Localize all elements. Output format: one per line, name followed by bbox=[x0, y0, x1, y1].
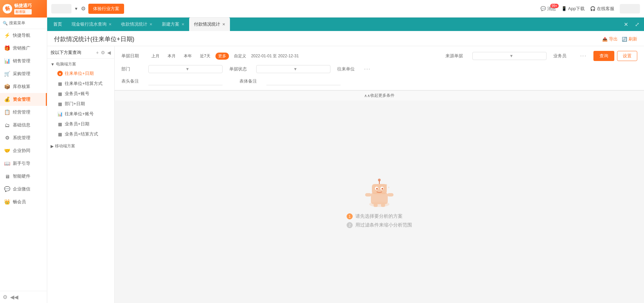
app-download-btn[interactable]: 📱 App下载 bbox=[561, 6, 585, 12]
expand-tab-btn[interactable]: ⤢ bbox=[632, 19, 643, 30]
body-remark-input[interactable] bbox=[266, 77, 341, 85]
scheme-item-vendor-date[interactable]: ● 往来单位+日期 bbox=[51, 68, 111, 79]
scheme-item-vendor-account[interactable]: 📊 往来单位+账号 bbox=[51, 109, 111, 119]
sidebar: 畅 畅捷通巧 标准版 🔍 搜索菜单 ⚡ 快捷导航 🎁 营销推广 📊 销售管理 🛒… bbox=[0, 0, 47, 303]
scheme-settings-icon[interactable]: ⚙ bbox=[101, 50, 105, 55]
sidebar-item-purchase[interactable]: 🛒 采购管理 bbox=[0, 67, 47, 80]
empty-state: 1 请先选择要分析的方案 2 用过滤条件来缩小分析范围 bbox=[347, 176, 412, 228]
header-remark-input[interactable] bbox=[148, 77, 223, 85]
scheme-item-staff-settle[interactable]: ▦ 业务员+结算方式 bbox=[51, 129, 111, 139]
desktop-section-arrow: ▼ bbox=[51, 62, 55, 67]
page-header-actions: 📤 导出 🔄 刷新 bbox=[602, 36, 637, 42]
online-service-btn[interactable]: 🎧 在线客服 bbox=[590, 6, 614, 12]
vendor-dots[interactable]: ··· bbox=[364, 66, 371, 72]
tab-receipt-stats[interactable]: 收款情况统计 ✕ bbox=[116, 18, 157, 31]
filter-actions: 查询 设置 bbox=[593, 51, 637, 61]
dept-select[interactable]: ▼ bbox=[148, 65, 223, 73]
hardware-icon: 🖥 bbox=[4, 173, 10, 179]
close-all-tabs-btn[interactable]: ✕ bbox=[620, 19, 632, 30]
sidebar-item-wechat[interactable]: 💬 企业微信 bbox=[0, 183, 47, 195]
collapse-sidebar-icon[interactable]: ◀◀ bbox=[10, 294, 18, 300]
scheme-item-label: 往来单位+账号 bbox=[65, 111, 94, 117]
sidebar-item-hardware[interactable]: 🖥 智能硬件 bbox=[0, 170, 47, 183]
dept-label: 部门 bbox=[121, 66, 142, 72]
tab-bank-flow-close[interactable]: ✕ bbox=[109, 22, 112, 27]
sidebar-item-guide[interactable]: 📖 新手引导 bbox=[0, 157, 47, 170]
tab-home[interactable]: 首页 bbox=[49, 18, 67, 31]
tab-payment-stats-close[interactable]: ✕ bbox=[222, 22, 225, 27]
sidebar-item-quick-nav[interactable]: ⚡ 快捷导航 bbox=[0, 29, 47, 42]
query-btn[interactable]: 查询 bbox=[593, 51, 614, 61]
sales-icon: 📊 bbox=[4, 58, 10, 64]
trial-btn[interactable]: 体验行业方案 bbox=[88, 4, 124, 14]
desktop-section-title[interactable]: ▼ 电脑端方案 bbox=[51, 61, 111, 67]
sidebar-nav: ⚡ 快捷导航 🎁 营销推广 📊 销售管理 🛒 采购管理 📦 库存核算 💰 资金管… bbox=[0, 29, 47, 291]
sidebar-item-system[interactable]: ⚙ 系统管理 bbox=[0, 131, 47, 144]
quick-nav-icon: ⚡ bbox=[4, 32, 10, 38]
sidebar-item-enterprise[interactable]: 🤝 企业协同 bbox=[0, 144, 47, 157]
collapse-scheme-icon[interactable]: ◀ bbox=[107, 50, 111, 55]
tab-new-scheme-label: 新建方案 bbox=[162, 21, 179, 27]
scheme-toolbar-icons: + ⚙ ◀ bbox=[96, 50, 111, 55]
message-icon: 💬 bbox=[540, 6, 546, 11]
topbar-gear-icon[interactable]: ⚙ bbox=[81, 5, 86, 12]
finance-icon: 💰 bbox=[4, 96, 10, 102]
online-service-label: 在线客服 bbox=[597, 6, 614, 12]
scheme-item-dept-date[interactable]: ▦ 部门+日期 bbox=[51, 99, 111, 109]
messages-btn[interactable]: 💬 消息 99+ bbox=[540, 6, 556, 12]
sidebar-item-label: 企业微信 bbox=[13, 186, 30, 192]
inner-layout: 按以下方案查询 + ⚙ ◀ ▼ 电脑端方案 ● 往来单位+日期 bbox=[47, 46, 644, 303]
export-icon: 📤 bbox=[602, 37, 608, 42]
filter-form: 单据日期 上月 本月 本年 近7天 更多 自定义 2022-01-01 至 20… bbox=[115, 46, 644, 90]
sidebar-item-inventory[interactable]: 📦 库存核算 bbox=[0, 80, 47, 93]
scheme-item-staff-account[interactable]: ▦ 业务员+账号 bbox=[51, 89, 111, 99]
tab-payment-stats[interactable]: 付款情况统计 ✕ bbox=[189, 18, 230, 31]
scheme-panel: 按以下方案查询 + ⚙ ◀ ▼ 电脑端方案 ● 往来单位+日期 bbox=[47, 46, 115, 303]
this-month-btn[interactable]: 本月 bbox=[165, 52, 179, 61]
tab-new-scheme[interactable]: 新建方案 ✕ bbox=[157, 18, 189, 31]
tab-bank-flow[interactable]: 现金银行流水查询 ✕ bbox=[67, 18, 116, 31]
refresh-label: 刷新 bbox=[628, 36, 637, 42]
custom-btn[interactable]: 自定义 bbox=[231, 52, 249, 61]
sidebar-badge: 标准版 bbox=[14, 9, 32, 14]
sidebar-item-finance[interactable]: 💰 资金管理 bbox=[0, 93, 47, 106]
marketing-icon: 🎁 bbox=[4, 45, 10, 51]
doc-status-select[interactable]: ▼ bbox=[256, 65, 330, 73]
salesperson-dots[interactable]: ··· bbox=[580, 53, 587, 59]
scheme-item-label: 部门+日期 bbox=[65, 101, 85, 107]
sidebar-item-basic-info[interactable]: 🗂 基础信息 bbox=[0, 119, 47, 131]
sidebar-header: 畅 畅捷通巧 标准版 bbox=[0, 0, 47, 18]
svg-point-10 bbox=[378, 179, 381, 181]
scheme-item-vendor-settle[interactable]: ▦ 往来单位+结算方式 bbox=[51, 79, 111, 89]
sidebar-item-label: 资金管理 bbox=[13, 96, 30, 102]
sidebar-item-sales[interactable]: 📊 销售管理 bbox=[0, 55, 47, 67]
body-remark-label: 表体备注 bbox=[239, 78, 260, 84]
search-menu[interactable]: 🔍 搜索菜单 bbox=[0, 18, 47, 29]
last-month-btn[interactable]: 上月 bbox=[148, 52, 163, 61]
operations-icon: 📋 bbox=[4, 109, 10, 115]
collapse-label: 收起更多条件 bbox=[370, 93, 394, 98]
add-scheme-icon[interactable]: + bbox=[96, 50, 99, 55]
settings-footer-icon[interactable]: ⚙ bbox=[3, 294, 7, 300]
last-7-btn[interactable]: 近7天 bbox=[197, 52, 213, 61]
active-dot-icon: ● bbox=[57, 71, 63, 76]
mobile-section-title[interactable]: ▶ 移动端方案 bbox=[51, 143, 111, 149]
sidebar-item-marketing[interactable]: 🎁 营销推广 bbox=[0, 42, 47, 55]
scheme-item-staff-date[interactable]: ▦ 业务员+日期 bbox=[51, 119, 111, 129]
sidebar-item-label: 畅会员 bbox=[13, 199, 26, 205]
this-year-btn[interactable]: 本年 bbox=[181, 52, 195, 61]
topbar: ▼ ⚙ 体验行业方案 💬 消息 99+ 📱 App下载 🎧 在线客服 bbox=[47, 0, 644, 18]
sidebar-item-operations[interactable]: 📋 经营管理 bbox=[0, 106, 47, 119]
user-avatar[interactable] bbox=[620, 4, 640, 13]
source-select[interactable]: ▼ bbox=[472, 52, 547, 60]
sidebar-item-vip[interactable]: 👑 畅会员 bbox=[0, 195, 47, 208]
tab-receipt-stats-close[interactable]: ✕ bbox=[149, 22, 152, 27]
collapse-up-icon: ∧∧ bbox=[364, 93, 370, 98]
settings-btn[interactable]: 设置 bbox=[617, 51, 637, 61]
collapse-conditions-btn[interactable]: ∧∧ 收起更多条件 bbox=[115, 90, 644, 100]
company-dropdown-icon[interactable]: ▼ bbox=[74, 6, 78, 11]
more-btn[interactable]: 更多 bbox=[215, 53, 229, 60]
refresh-btn[interactable]: 🔄 刷新 bbox=[622, 36, 637, 42]
tab-new-scheme-close[interactable]: ✕ bbox=[181, 22, 184, 27]
export-btn[interactable]: 📤 导出 bbox=[602, 36, 618, 42]
